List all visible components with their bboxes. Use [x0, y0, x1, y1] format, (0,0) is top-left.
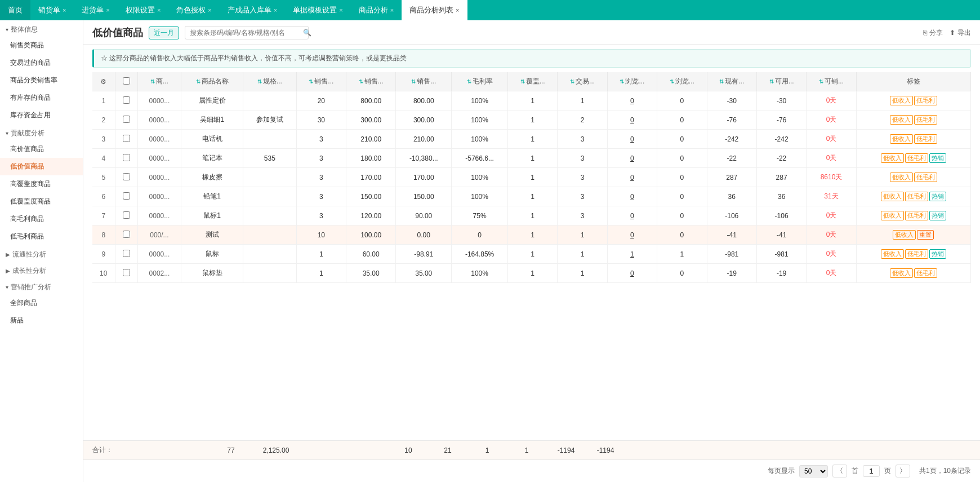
- sidebar-item-high-coverage[interactable]: 高覆盖度商品: [0, 175, 83, 193]
- nav-close-purchase[interactable]: ×: [106, 7, 109, 14]
- row-checkbox[interactable]: [123, 192, 130, 200]
- cell-browse1[interactable]: 0: [607, 149, 657, 168]
- share-btn[interactable]: ⎘ 分享: [923, 28, 943, 38]
- sidebar-item-low-profit[interactable]: 低毛利商品: [0, 228, 83, 245]
- cell-sale1: 3: [296, 149, 346, 168]
- cell-sale2: 800.00: [346, 91, 396, 110]
- cell-browse1[interactable]: 0: [607, 187, 657, 206]
- col-sellable[interactable]: ⇅可销...: [807, 72, 856, 91]
- col-sale3[interactable]: ⇅销售...: [396, 72, 452, 91]
- sidebar-item-high-value[interactable]: 高价值商品: [0, 140, 83, 158]
- nav-close-auth[interactable]: ×: [157, 7, 161, 14]
- nav-role[interactable]: 角色授权 ×: [168, 0, 219, 20]
- sidebar-item-inventory-goods[interactable]: 有库存的商品: [0, 89, 83, 107]
- cell-browse1[interactable]: 0: [607, 130, 657, 149]
- cell-profit-rate: -5766.6...: [452, 149, 508, 168]
- col-browse1[interactable]: ⇅浏览...: [607, 72, 657, 91]
- footer-available: -1194: [586, 446, 625, 454]
- col-name[interactable]: ⇅商品名称: [181, 72, 243, 91]
- col-current[interactable]: ⇅现有...: [707, 72, 756, 91]
- nav-sales[interactable]: 销货单 ×: [30, 0, 74, 20]
- col-browse2[interactable]: ⇅浏览...: [657, 72, 707, 91]
- select-all-checkbox[interactable]: [123, 77, 130, 85]
- row-checkbox[interactable]: [123, 154, 130, 161]
- sidebar-item-all-goods[interactable]: 全部商品: [0, 294, 83, 312]
- cell-browse1[interactable]: 0: [607, 110, 657, 130]
- cell-browse1[interactable]: 0: [607, 264, 657, 283]
- col-spec[interactable]: ⇅规格...: [243, 72, 297, 91]
- export-btn[interactable]: ⬆ 导出: [950, 28, 971, 38]
- col-available[interactable]: ⇅可用...: [756, 72, 806, 91]
- nav-close-product-inbound[interactable]: ×: [274, 7, 277, 14]
- row-checkbox[interactable]: [123, 250, 130, 257]
- cell-checkbox[interactable]: [115, 130, 137, 149]
- sidebar-item-low-coverage[interactable]: 低覆盖度商品: [0, 193, 83, 210]
- nav-home[interactable]: 首页: [0, 0, 30, 20]
- row-checkbox[interactable]: [123, 269, 130, 276]
- nav-close-template[interactable]: ×: [339, 7, 342, 14]
- sidebar-item-inventory-capital[interactable]: 库存资金占用: [0, 107, 83, 124]
- nav-goods-analysis-list[interactable]: 商品分析列表 ×: [402, 0, 467, 20]
- col-code[interactable]: ⇅商...: [137, 72, 181, 91]
- cell-checkbox[interactable]: [115, 206, 137, 225]
- nav-purchase[interactable]: 进货单 ×: [74, 0, 117, 20]
- nav-close-goods-analysis[interactable]: ×: [390, 7, 394, 14]
- col-trade[interactable]: ⇅交易...: [558, 72, 607, 91]
- col-gear[interactable]: ⚙: [92, 72, 115, 91]
- row-checkbox[interactable]: [123, 135, 130, 142]
- cell-checkbox[interactable]: [115, 110, 137, 130]
- sidebar-group-growth[interactable]: ▶ 成长性分析: [0, 262, 83, 278]
- cell-code: 0000...: [137, 187, 181, 206]
- col-profit-rate[interactable]: ⇅毛利率: [452, 72, 508, 91]
- cell-browse1[interactable]: 0: [607, 168, 657, 187]
- row-checkbox[interactable]: [123, 231, 130, 238]
- sidebar-item-traded-goods[interactable]: 交易过的商品: [0, 54, 83, 72]
- col-sale2[interactable]: ⇅销售...: [346, 72, 396, 91]
- cell-browse1[interactable]: 1: [607, 245, 657, 264]
- cell-browse1[interactable]: 0: [607, 91, 657, 110]
- cell-browse1[interactable]: 0: [607, 206, 657, 225]
- sidebar-item-new-goods[interactable]: 新品: [0, 312, 83, 329]
- row-checkbox[interactable]: [123, 173, 130, 180]
- cell-sale3: -98.91: [396, 245, 452, 264]
- nav-close-goods-analysis-list[interactable]: ×: [456, 7, 459, 14]
- sidebar-item-sales-goods[interactable]: 销售类商品: [0, 37, 83, 54]
- sidebar-item-high-profit[interactable]: 高毛利商品: [0, 210, 83, 228]
- per-page-select[interactable]: 50 100 200: [799, 465, 828, 477]
- nav-template[interactable]: 单据模板设置 ×: [285, 0, 350, 20]
- page-number-input[interactable]: [863, 465, 880, 477]
- nav-product-inbound[interactable]: 产成品入库单 ×: [220, 0, 285, 20]
- sidebar-item-low-value[interactable]: 低价值商品: [0, 158, 83, 175]
- cell-checkbox[interactable]: [115, 225, 137, 245]
- row-checkbox[interactable]: [123, 211, 130, 219]
- first-page-btn[interactable]: 〈: [832, 465, 847, 477]
- content-header: 低价值商品 近一月 🔍 ⎘ 分享 ⬆ 导出: [83, 20, 980, 45]
- search-icon[interactable]: 🔍: [303, 29, 311, 37]
- col-cover[interactable]: ⇅覆盖...: [507, 72, 557, 91]
- filter-btn[interactable]: 近一月: [149, 26, 179, 39]
- sidebar-group-contribution[interactable]: ▾ 贡献度分析: [0, 124, 83, 140]
- sidebar-group-circulation[interactable]: ▶ 流通性分析: [0, 245, 83, 262]
- nav-close-sales[interactable]: ×: [63, 7, 66, 14]
- per-page-label: 每页显示: [768, 466, 795, 476]
- row-checkbox[interactable]: [123, 116, 130, 123]
- cell-checkbox[interactable]: [115, 264, 137, 283]
- sidebar-group-marketing[interactable]: ▾ 营销推广分析: [0, 278, 83, 294]
- nav-close-role[interactable]: ×: [208, 7, 211, 14]
- cell-checkbox[interactable]: [115, 168, 137, 187]
- search-input[interactable]: [185, 26, 309, 39]
- cell-checkbox[interactable]: [115, 245, 137, 264]
- cell-browse1[interactable]: 0: [607, 225, 657, 245]
- last-page-btn[interactable]: 〉: [896, 465, 910, 477]
- nav-auth[interactable]: 权限设置 ×: [118, 0, 168, 20]
- cell-checkbox[interactable]: [115, 187, 137, 206]
- row-checkbox[interactable]: [123, 96, 130, 104]
- sidebar-group-overall[interactable]: ▾ 整体信息: [0, 20, 83, 37]
- main-table: ⚙ ⇅商... ⇅商品名称 ⇅规格... ⇅销售... ⇅销售... ⇅销售..…: [92, 72, 971, 283]
- nav-goods-analysis[interactable]: 商品分析 ×: [351, 0, 402, 20]
- cell-checkbox[interactable]: [115, 91, 137, 110]
- col-sale1[interactable]: ⇅销售...: [296, 72, 346, 91]
- sidebar-item-category-rate[interactable]: 商品分类销售率: [0, 72, 83, 89]
- cell-checkbox[interactable]: [115, 149, 137, 168]
- cell-sale1: 20: [296, 91, 346, 110]
